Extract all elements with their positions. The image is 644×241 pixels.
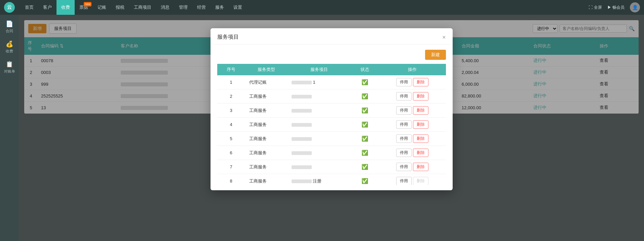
- modal-cell-seq: 3: [217, 104, 245, 118]
- modal-cell-ops: 停用 删除: [379, 174, 446, 185]
- modal-table-row: 1 代理记账 1 ✅ 停用 删除: [217, 75, 446, 89]
- member-btn[interactable]: ▶ 畅会员: [607, 5, 624, 10]
- delete-button[interactable]: 删除: [413, 120, 428, 129]
- modal-table-row: 6 工商服务 ✅ 停用 删除: [217, 146, 446, 160]
- modal-table-row: 7 工商服务 ✅ 停用 删除: [217, 160, 446, 174]
- modal-cell-item: [288, 160, 351, 174]
- modal-table-wrap[interactable]: 序号 服务类型 服务项目 状态 操作 1 代理记账 1 ✅ 停用: [217, 64, 446, 185]
- modal-cell-type: 工商服务: [245, 104, 288, 118]
- modal-table-row: 8 工商服务 注册 ✅ 停用 删除: [217, 174, 446, 185]
- modal-overlay: 服务项目 × 新建 序号 服务类型 服务项目: [19, 15, 644, 241]
- modal-cell-status: ✅: [351, 132, 379, 146]
- nav-manage[interactable]: 管理: [174, 0, 192, 15]
- modal-cell-ops: 停用 删除: [379, 104, 446, 118]
- main-content: 新增 服务项目 进行中 全部 已结束 🔍 序号 合同编码: [19, 15, 644, 241]
- modal-cell-item: [288, 132, 351, 146]
- modal-new-button[interactable]: 新建: [425, 50, 446, 60]
- nav-settings[interactable]: 设置: [229, 0, 247, 15]
- modal-cell-ops: 停用 删除: [379, 75, 446, 89]
- modal-cell-status: ✅: [351, 89, 379, 104]
- nav-business[interactable]: 工商项目: [129, 0, 156, 15]
- modal-tbody: 1 代理记账 1 ✅ 停用 删除 2 工商服务 ✅ 停用 删除 3 工商服务 ✅…: [217, 75, 446, 185]
- sidebar-item-statement[interactable]: 📋 对账单: [1, 58, 18, 77]
- contract-icon: 📄: [6, 20, 13, 28]
- modal-cell-status: ✅: [351, 104, 379, 118]
- modal-cell-item: 注册: [288, 174, 351, 185]
- sidebar-label-statement: 对账单: [4, 69, 15, 74]
- modal-cell-ops: 停用 删除: [379, 118, 446, 132]
- modal-cell-seq: 4: [217, 118, 245, 132]
- modal-col-type: 服务类型: [245, 64, 288, 75]
- modal-cell-item: [288, 104, 351, 118]
- right-icons: ⛶ 全屏 ▶ 畅会员 👤: [589, 2, 640, 12]
- modal-table-row: 2 工商服务 ✅ 停用 删除: [217, 89, 446, 104]
- modal-table-head: 序号 服务类型 服务项目 状态 操作: [217, 64, 446, 75]
- nav-billing[interactable]: 收费: [56, 0, 75, 15]
- nav-customer[interactable]: 客户: [38, 0, 56, 15]
- nav-message[interactable]: 消息: [156, 0, 174, 15]
- modal-header: 服务项目 ×: [211, 28, 453, 44]
- modal-cell-type: 工商服务: [245, 146, 288, 160]
- delete-button[interactable]: 删除: [413, 149, 428, 157]
- modal-table-row: 5 工商服务 ✅ 停用 删除: [217, 132, 446, 146]
- statement-icon: 📋: [6, 61, 13, 68]
- delete-button[interactable]: 删除: [413, 134, 428, 143]
- modal-cell-type: 工商服务: [245, 132, 288, 146]
- modal-cell-seq: 5: [217, 132, 245, 146]
- delete-button[interactable]: 删除: [413, 78, 428, 86]
- stop-button[interactable]: 停用: [396, 106, 412, 115]
- modal-cell-type: 工商服务: [245, 118, 288, 132]
- stop-button[interactable]: 停用: [396, 120, 412, 129]
- modal-cell-ops: 停用 删除: [379, 160, 446, 174]
- modal-col-status: 状态: [351, 64, 379, 75]
- modal-cell-status: ✅: [351, 160, 379, 174]
- modal-cell-ops: 停用 删除: [379, 146, 446, 160]
- modal-cell-seq: 1: [217, 75, 245, 89]
- modal-cell-status: ✅: [351, 118, 379, 132]
- modal-cell-status: ✅: [351, 174, 379, 185]
- modal-cell-ops: 停用 删除: [379, 132, 446, 146]
- modal-cell-seq: 7: [217, 160, 245, 174]
- modal-cell-type: 工商服务: [245, 160, 288, 174]
- delete-button[interactable]: 删除: [413, 92, 428, 101]
- nav-home[interactable]: 首页: [20, 0, 38, 15]
- modal-cell-status: ✅: [351, 146, 379, 160]
- stop-button[interactable]: 停用: [396, 78, 412, 86]
- stop-button[interactable]: 停用: [396, 163, 412, 171]
- modal-cell-type: 代理记账: [245, 75, 288, 89]
- app-logo[interactable]: 云: [4, 2, 15, 13]
- modal-col-action: 操作: [379, 64, 446, 75]
- modal-col-seq: 序号: [217, 64, 245, 75]
- modal-table: 序号 服务类型 服务项目 状态 操作 1 代理记账 1 ✅ 停用: [217, 64, 446, 185]
- nav-operation[interactable]: 经营: [192, 0, 211, 15]
- modal-cell-seq: 2: [217, 89, 245, 104]
- avatar[interactable]: 👤: [630, 2, 640, 12]
- modal-cell-ops: 停用 删除: [379, 89, 446, 104]
- modal-cell-seq: 8: [217, 174, 245, 185]
- fullscreen-btn[interactable]: ⛶ 全屏: [589, 5, 602, 10]
- nav-tax[interactable]: 报税: [111, 0, 129, 15]
- sidebar-item-billing[interactable]: 💰 收费: [1, 38, 18, 56]
- modal-body: 新建 序号 服务类型 服务项目 状态 操作: [211, 44, 453, 190]
- delete-button[interactable]: 删除: [413, 177, 428, 185]
- modal: 服务项目 × 新建 序号 服务类型 服务项目: [211, 28, 453, 190]
- delete-button[interactable]: 删除: [413, 106, 428, 115]
- modal-cell-item: [288, 89, 351, 104]
- sidebar: 📄 合同 💰 收费 📋 对账单: [0, 15, 19, 241]
- sidebar-label-billing: 收费: [6, 49, 13, 54]
- stop-button[interactable]: 停用: [396, 134, 412, 143]
- modal-cell-type: 工商服务: [245, 89, 288, 104]
- nav-invoice[interactable]: 票据 new: [75, 0, 93, 15]
- nav-service[interactable]: 服务: [211, 0, 229, 15]
- nav-bookkeeping[interactable]: 记账: [93, 0, 111, 15]
- modal-cell-item: [288, 118, 351, 132]
- modal-table-row: 3 工商服务 ✅ 停用 删除: [217, 104, 446, 118]
- modal-close-button[interactable]: ×: [442, 34, 446, 40]
- modal-cell-type: 工商服务: [245, 174, 288, 185]
- delete-button[interactable]: 删除: [413, 163, 428, 171]
- stop-button[interactable]: 停用: [396, 149, 412, 157]
- modal-cell-item: [288, 146, 351, 160]
- sidebar-item-contract[interactable]: 📄 合同: [1, 17, 18, 36]
- stop-button[interactable]: 停用: [396, 92, 412, 101]
- stop-button[interactable]: 停用: [396, 177, 412, 185]
